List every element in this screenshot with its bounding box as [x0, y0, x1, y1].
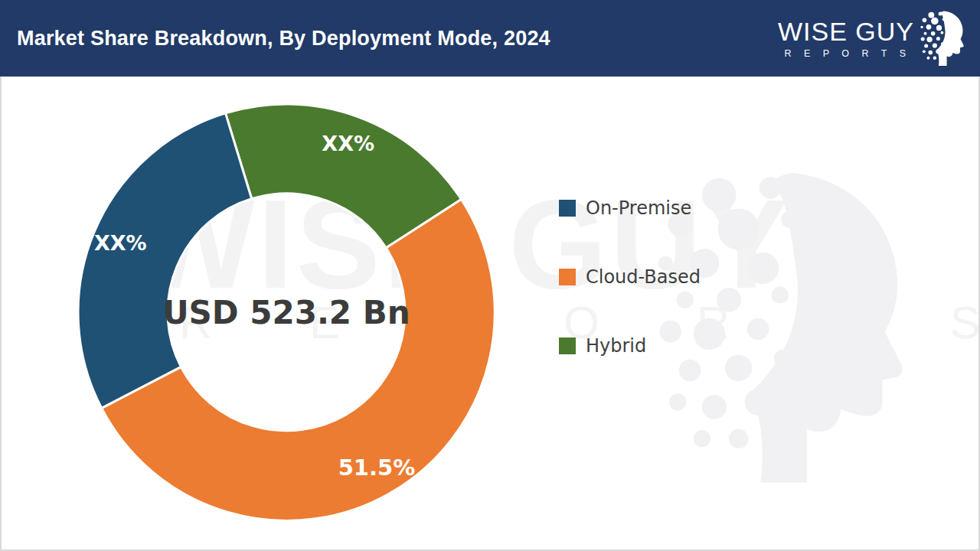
legend-label-on-premise: On-Premise	[586, 199, 691, 217]
chart-center-value: USD 523.2 Bn	[162, 294, 410, 331]
header-bar: Market Share Breakdown, By Deployment Mo…	[0, 0, 980, 77]
page-title: Market Share Breakdown, By Deployment Mo…	[17, 27, 550, 51]
legend-label-cloud-based: Cloud-Based	[586, 268, 701, 286]
donut-segment-on-premise	[78, 113, 252, 408]
chart-legend: On-Premise Cloud-Based Hybrid	[559, 197, 701, 357]
logo-subtitle: R E P O R T S	[781, 49, 910, 59]
chart-area: WISE GUY R E P O R T S XX%51.5%XX% USD 5…	[0, 77, 980, 551]
donut-chart: XX%51.5%XX%	[2, 77, 980, 549]
segment-label-hybrid: XX%	[322, 132, 374, 155]
report-page: Market Share Breakdown, By Deployment Mo…	[0, 0, 980, 551]
legend-item-hybrid: Hybrid	[559, 335, 701, 357]
logo-text: WISE GUY R E P O R T S	[778, 18, 914, 59]
legend-swatch-on-premise	[559, 200, 576, 217]
legend-swatch-cloud-based	[559, 269, 576, 285]
wise-guy-reports-logo: WISE GUY R E P O R T S	[778, 11, 966, 67]
segment-label-cloud-based: 51.5%	[338, 455, 416, 481]
legend-label-hybrid: Hybrid	[586, 337, 646, 355]
logo-wordmark: WISE GUY	[778, 18, 914, 44]
legend-swatch-hybrid	[559, 337, 576, 354]
segment-label-on-premise: XX%	[94, 231, 147, 255]
logo-face-icon	[919, 11, 966, 67]
legend-item-on-premise: On-Premise	[559, 197, 701, 219]
legend-item-cloud-based: Cloud-Based	[559, 266, 701, 288]
